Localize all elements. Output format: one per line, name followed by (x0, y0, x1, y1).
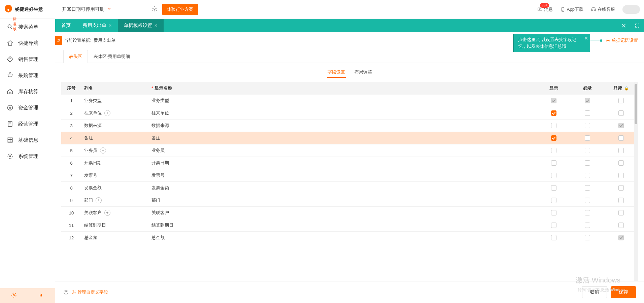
sidebar-settings-gear-icon[interactable] (11, 292, 17, 299)
table-row[interactable]: 8发票金额发票金额 (61, 182, 638, 194)
online-customer-service-link[interactable]: 在线客服 (591, 6, 615, 12)
sidebar-item-4[interactable]: 库存核算 (0, 83, 55, 100)
checkbox[interactable] (551, 185, 556, 191)
checkbox[interactable] (551, 110, 556, 116)
save-button[interactable]: 保存 (611, 286, 636, 298)
table-row[interactable]: 9部门+部门 (61, 194, 638, 207)
th-display: *显示名称 (149, 82, 537, 95)
checkbox[interactable] (551, 135, 556, 141)
global-settings-gear-icon[interactable] (151, 6, 158, 13)
checkbox[interactable] (551, 210, 556, 215)
table-row[interactable]: 11结算到期日结算到期日 (61, 219, 638, 232)
add-field-icon[interactable]: + (96, 197, 102, 203)
manage-custom-fields-link[interactable]: 管理自定义字段 (71, 289, 108, 295)
cell-display[interactable]: 发票金额 (149, 182, 537, 194)
cell-required (571, 219, 604, 232)
cell-display[interactable]: 关联客户 (149, 207, 537, 219)
checkbox[interactable] (618, 98, 624, 103)
sidebar-collapse-icon[interactable] (38, 292, 44, 299)
sidebar-item-1[interactable]: 快捷导航 (0, 35, 55, 51)
area-tab-0[interactable]: 表头区 (63, 50, 88, 63)
tab-close-icon[interactable]: ✕ (154, 23, 158, 28)
checkbox[interactable] (585, 173, 590, 178)
cell-display[interactable]: 业务员 (149, 144, 537, 157)
cell-display[interactable]: 开票日期 (149, 157, 537, 169)
help-icon[interactable] (63, 290, 69, 295)
checkbox[interactable] (551, 173, 556, 178)
sidebar-item-0[interactable]: 搜索菜单 (0, 19, 55, 35)
cell-display[interactable]: 结算到期日 (149, 219, 537, 232)
tab-1[interactable]: 费用支出单✕ (77, 19, 118, 32)
checkbox[interactable] (551, 235, 556, 240)
checkbox[interactable] (585, 160, 590, 166)
sidebar-item-2[interactable]: 销售管理 (0, 51, 55, 67)
sub-tab-0[interactable]: 字段设置 (327, 67, 346, 78)
vertical-scrollbar[interactable] (634, 82, 638, 281)
tooltip-close-icon[interactable]: ✕ (584, 35, 588, 42)
cancel-button[interactable]: 取消 (582, 286, 607, 298)
cell-display[interactable]: 往来单位 (149, 107, 537, 120)
th-show: 显示 (537, 82, 571, 95)
cell-display[interactable]: 备注 (149, 132, 537, 144)
cell-display[interactable]: 数据来源 (149, 120, 537, 132)
sub-tab-1[interactable]: 布局调整 (354, 67, 373, 78)
account-selector[interactable]: 开账日期可停用可删 (62, 6, 149, 12)
checkbox[interactable] (618, 185, 624, 191)
cell-display[interactable]: 部门 (149, 194, 537, 207)
checkbox[interactable] (551, 198, 556, 203)
checkbox[interactable] (585, 210, 590, 215)
cell-display[interactable]: 发票号 (149, 169, 537, 182)
document-memory-settings-link[interactable]: 单据记忆设置 (600, 37, 644, 43)
checkbox[interactable] (585, 223, 590, 228)
table-row[interactable]: 7发票号发票号 (61, 169, 638, 182)
checkbox[interactable] (618, 135, 624, 141)
checkbox[interactable] (551, 223, 556, 228)
add-field-icon[interactable]: + (104, 110, 110, 116)
table-row[interactable]: 10关联客户+关联客户 (61, 207, 638, 219)
tab-2[interactable]: 单据模板设置✕ (118, 19, 164, 32)
cell-display[interactable]: 业务类型 (149, 95, 537, 107)
checkbox[interactable] (585, 185, 590, 191)
cell-display[interactable]: 总金额 (149, 232, 537, 244)
checkbox[interactable] (585, 110, 590, 116)
table-row[interactable]: 1业务类型业务类型 (61, 95, 638, 107)
checkbox[interactable] (551, 160, 556, 166)
table-row[interactable]: 12总金额总金额 (61, 232, 638, 244)
tab-close-icon[interactable]: ✕ (108, 23, 112, 28)
checkbox[interactable] (618, 110, 624, 116)
table-row[interactable]: 6开票日期开票日期 (61, 157, 638, 169)
sidebar-item-5[interactable]: 资金管理 (0, 100, 55, 116)
checkbox[interactable] (618, 173, 624, 178)
checkbox[interactable] (551, 123, 556, 128)
tab-close-all-icon[interactable] (617, 19, 631, 32)
checkbox[interactable] (618, 223, 624, 228)
table-row[interactable]: 2往来单位+往来单位 (61, 107, 638, 120)
app-download-link[interactable]: App下载 (560, 6, 583, 12)
avatar[interactable] (622, 5, 640, 14)
checkbox[interactable] (585, 198, 590, 203)
checkbox[interactable] (618, 160, 624, 166)
table-row[interactable]: 4备注备注 (61, 132, 638, 144)
expand-handle-icon[interactable] (55, 36, 62, 45)
checkbox[interactable] (585, 123, 590, 128)
sidebar-item-3[interactable]: 采购管理 (0, 67, 55, 83)
checkbox[interactable] (551, 148, 556, 153)
checkbox[interactable] (618, 148, 624, 153)
checkbox[interactable] (585, 148, 590, 153)
checkbox[interactable] (585, 135, 590, 141)
area-tab-1[interactable]: 表体区-费用单明细 (88, 50, 136, 63)
sidebar-item-7[interactable]: 基础信息 (0, 132, 55, 148)
experience-industry-button[interactable]: 体验行业方案 (162, 4, 198, 15)
table-row[interactable]: 3数据来源数据来源 (61, 120, 638, 132)
add-field-icon[interactable]: + (100, 147, 106, 154)
checkbox[interactable] (585, 235, 590, 240)
add-field-icon[interactable]: + (104, 210, 110, 216)
table-row[interactable]: 5业务员+业务员 (61, 144, 638, 157)
checkbox[interactable] (618, 198, 624, 203)
messages-link[interactable]: 99+ 消息 (537, 6, 553, 12)
fullscreen-icon[interactable] (631, 19, 644, 32)
sidebar-item-6[interactable]: 经营管理 (0, 116, 55, 132)
sidebar-item-8[interactable]: 系统管理 (0, 148, 55, 164)
tab-0[interactable]: 首页 (55, 19, 77, 32)
checkbox[interactable] (618, 210, 624, 215)
